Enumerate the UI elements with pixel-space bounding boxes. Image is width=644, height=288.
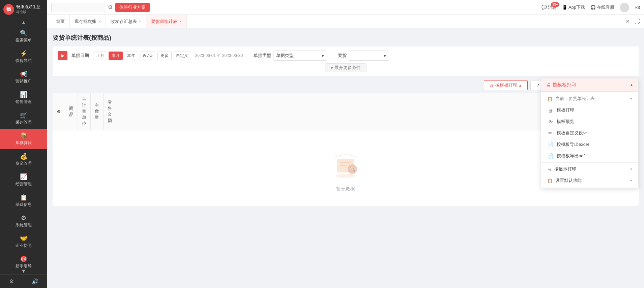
app-download-btn[interactable]: 📱 App下载 — [562, 4, 585, 10]
order-goods-label: 要货 — [338, 53, 347, 59]
svg-point-0 — [335, 174, 356, 178]
template-excel-icon: 📄 — [547, 141, 553, 148]
sales-icon: 📊 — [20, 91, 27, 98]
expand-more-btn[interactable]: ▾ 展开更多条件 — [325, 63, 367, 72]
date-btn-more[interactable]: 更多 — [157, 52, 172, 60]
print-current-template[interactable]: 📋 当前：要货单统计表 ▾ — [541, 93, 638, 104]
sidebar-item-operations[interactable]: 📈 经营管理 — [0, 170, 47, 190]
sidebar-label-inventory: 库存算账 — [16, 140, 32, 146]
table-col-unit: 主计量单位 — [78, 93, 91, 130]
username[interactable]: Rit — [635, 5, 640, 10]
template-custom-icon: ✏ — [547, 130, 553, 136]
notification-btn[interactable]: 💬 消息 99+ — [541, 4, 557, 10]
print-item-display-print[interactable]: 🖨 按显示打印 ▾ — [541, 163, 638, 175]
print-item-template-custom[interactable]: ✏ 模板自定义设计 — [541, 127, 638, 139]
order-type-label: 单据类型 — [254, 53, 271, 59]
print-item-template-excel[interactable]: 📄 按模板导出excel — [541, 139, 638, 150]
print-item-template-print[interactable]: 🖨 模板打印 — [541, 104, 638, 116]
sidebar-item-finance[interactable]: 💰 资金管理 — [0, 149, 47, 170]
tab-receipt-summary-label: 收发存汇总表 — [111, 19, 137, 25]
print-divider-1 — [541, 162, 638, 163]
avatar[interactable] — [620, 3, 629, 12]
date-buttons: 上月 本月 本年 近7天 更多 自定义 — [93, 52, 191, 60]
scroll-down-btn[interactable]: ▼ — [0, 268, 47, 275]
date-filter-label: 单据日期 — [71, 53, 89, 59]
print-btn-wrap: 🖨 按模板打印 ▲ — [484, 80, 528, 90]
sidebar-item-search[interactable]: 🔍 搜索菜单 — [0, 26, 47, 46]
date-btn-7days[interactable]: 近7天 — [140, 52, 156, 60]
filter-row: ▶ 单据日期 上月 本月 本年 近7天 更多 自定义 2023-06-01 至 … — [58, 51, 633, 61]
default-function-chevron-icon: ▾ — [630, 179, 632, 183]
print-template-btn[interactable]: 🖨 按模板打印 ▲ — [484, 80, 528, 90]
tab-inventory-batch[interactable]: 库存批次账 × — [70, 15, 106, 28]
tab-receipt-summary[interactable]: 收发存汇总表 × — [106, 15, 146, 28]
date-btn-this-year[interactable]: 本年 — [124, 52, 138, 60]
sidebar-label-marketing: 营销推广 — [16, 78, 32, 84]
tab-order-stats-label: 要货单统计表 — [151, 19, 177, 25]
date-range-text: 2023-06-01 至 2023-06-30 — [195, 53, 243, 59]
print-dropdown: 🖨 按模板打印 ▲ 📋 当前：要货单统计表 ▾ — [541, 78, 639, 188]
sidebar-item-newcomer[interactable]: 🎯 新手引导 — [0, 252, 47, 268]
print-current-icon: 📋 — [547, 96, 553, 101]
sidebar-item-purchase[interactable]: 🛒 采购管理 — [0, 108, 47, 129]
print-dropdown-chevron-icon: ▲ — [630, 83, 634, 87]
sidebar-item-inventory[interactable]: 📦 库存算账 — [0, 129, 47, 149]
table-col-retail-amount: 零售金额 — [104, 93, 116, 130]
tab-order-stats-close[interactable]: × — [179, 19, 182, 24]
sidebar-label-system: 系统管理 — [16, 222, 32, 228]
sidebar-item-system[interactable]: ⚙ 系统管理 — [0, 211, 47, 231]
top-bar: ⚙ 体验行业方案 💬 消息 99+ 📱 App下载 🎧 在线客服 Rit — [47, 0, 644, 15]
tab-close-all-btn[interactable]: ✕ — [624, 17, 631, 26]
logo-icon: 畅 — [3, 4, 14, 15]
sidebar-item-sales[interactable]: 📊 销售管理 — [0, 88, 47, 108]
topbar-search-input[interactable] — [51, 3, 105, 12]
filter-expand-arrow[interactable]: ▶ — [58, 51, 67, 60]
table-col-settings[interactable]: ⚙ — [53, 93, 65, 130]
order-type-chevron-icon: ▾ — [322, 53, 324, 58]
tab-home-label: 首页 — [56, 19, 65, 25]
sidebar-label-newcomer: 新手引导 — [16, 263, 32, 268]
sidebar-item-marketing[interactable]: 📢 营销推广 — [0, 67, 47, 88]
template-excel-label: 按模板导出excel — [557, 141, 589, 148]
print-item-template-pdf[interactable]: 📄 按模板导出pdf — [541, 150, 638, 162]
topbar-gear-icon[interactable]: ⚙ — [108, 4, 113, 10]
sidebar-item-basic[interactable]: 📋 基础信息 — [0, 190, 47, 211]
svg-rect-3 — [340, 165, 347, 166]
expand-more-icon: ▾ — [331, 65, 333, 70]
online-service-label: 在线客服 — [597, 4, 614, 10]
trial-button[interactable]: 体验行业方案 — [115, 3, 150, 12]
online-service-btn[interactable]: 🎧 在线客服 — [590, 4, 614, 10]
tab-expand-btn[interactable]: ⛶ — [633, 17, 641, 26]
tab-receipt-summary-close[interactable]: × — [139, 19, 141, 24]
tab-inventory-batch-close[interactable]: × — [98, 19, 101, 24]
export-icon: ↗ — [536, 83, 540, 88]
display-print-icon: 🖨 — [547, 167, 552, 172]
print-item-default-function[interactable]: 📋 设置默认功能 ▾ — [541, 175, 638, 186]
date-btn-custom[interactable]: 自定义 — [173, 52, 191, 60]
print-dropdown-header[interactable]: 🖨 按模板打印 ▲ — [541, 78, 638, 92]
print-template-icon: 🖨 — [490, 83, 494, 88]
topbar-right: 💬 消息 99+ 📱 App下载 🎧 在线客服 Rit — [541, 3, 640, 12]
settings-bottom-icon[interactable]: ⚙ — [9, 278, 14, 285]
order-type-value: 单据类型 — [276, 53, 294, 59]
default-function-icon: 📋 — [547, 178, 553, 183]
sidebar-bottom: ⚙ 🔊 — [0, 275, 47, 288]
order-goods-select[interactable]: ▾ — [349, 51, 389, 61]
date-btn-last-month[interactable]: 上月 — [93, 52, 107, 60]
template-pdf-label: 按模板导出pdf — [557, 153, 585, 159]
template-preview-icon: 👁 — [547, 119, 553, 125]
sidebar-item-quick-nav[interactable]: ⚡ 快捷导航 — [0, 46, 47, 67]
finance-icon: 💰 — [20, 153, 27, 160]
tab-home[interactable]: 首页 — [51, 15, 70, 28]
sidebar-label-sales: 销售管理 — [16, 99, 32, 105]
template-pdf-icon: 📄 — [547, 153, 553, 159]
date-btn-this-month[interactable]: 本月 — [109, 52, 123, 60]
speaker-bottom-icon[interactable]: 🔊 — [32, 278, 38, 285]
order-type-select[interactable]: 单据类型 ▾ — [273, 51, 327, 61]
print-item-template-preview[interactable]: 👁 模板预览 — [541, 116, 638, 127]
page-title: 要货单统计表(按商品) — [53, 34, 639, 42]
scroll-up-btn[interactable]: ▲ — [0, 19, 47, 26]
sidebar-item-enterprise[interactable]: 🤝 企业协同 — [0, 231, 47, 252]
tab-order-stats[interactable]: 要货单统计表 × — [146, 15, 187, 28]
notification-icon: 💬 — [541, 5, 547, 10]
